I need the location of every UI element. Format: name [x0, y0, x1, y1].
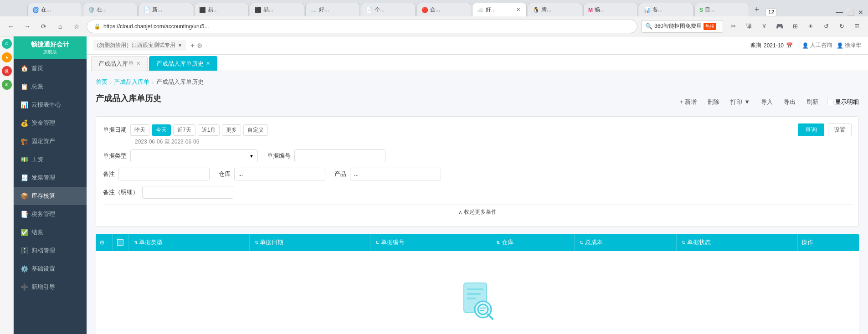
product-dropdown[interactable]: ... — [350, 168, 441, 180]
tab-count[interactable]: 12 — [765, 8, 777, 16]
weibo-icon[interactable]: 微 — [2, 66, 12, 76]
tab-9-active[interactable]: ☁️ 好... ✕ — [472, 3, 527, 16]
detail-remark-label: 备注（明细） — [103, 188, 139, 196]
sidebar-item-fixed-assets[interactable]: 🏗️ 固定资产 — [14, 132, 87, 150]
breadcrumb-home[interactable]: 首页 — [96, 78, 108, 86]
th-checkbox[interactable] — [112, 234, 128, 251]
tab-12[interactable]: 📊 各... — [639, 3, 693, 16]
service-button[interactable]: 👤 人工咨询 — [802, 41, 832, 49]
import-button[interactable]: 导入 — [756, 96, 777, 108]
sidebar-item-tax[interactable]: 📑 税务管理 — [14, 205, 87, 223]
tab-7[interactable]: 📄 个... — [361, 3, 416, 16]
export-button[interactable]: 导出 — [779, 96, 800, 108]
close-icon[interactable]: ✕ — [858, 9, 863, 16]
tab-list-close-icon[interactable]: ✕ — [136, 61, 140, 67]
settings-button[interactable]: 设置 — [828, 123, 852, 136]
date-btn-today[interactable]: 今天 — [152, 124, 171, 136]
chanjet-icon[interactable]: C — [2, 39, 12, 49]
sidebar-item-home[interactable]: 🏠 首页 — [14, 59, 87, 77]
refresh-button[interactable]: ⟳ — [37, 20, 50, 33]
sidebar-item-settlement[interactable]: ✅ 结账 — [14, 223, 87, 242]
collapse-button[interactable]: ∧ 收起更多条件 — [455, 207, 500, 217]
sidebar-item-invoice[interactable]: 🧾 发票管理 — [14, 169, 87, 187]
tab-8[interactable]: 🔴 企... — [416, 3, 471, 16]
tab-6[interactable]: ☁️ 好... — [305, 3, 360, 16]
scissors-icon[interactable]: ✂ — [727, 20, 740, 33]
query-button[interactable]: 查询 — [798, 123, 824, 136]
date-btn-1month[interactable]: 近1月 — [198, 124, 220, 136]
email-icon[interactable]: ✉ — [2, 80, 12, 90]
th-cost-sort-icon[interactable]: ⇅ — [580, 240, 583, 245]
tab-9-close-icon[interactable]: ✕ — [514, 6, 522, 14]
sidebar-item-payroll[interactable]: 💵 工资 — [14, 150, 87, 169]
tab-1-label: 在... — [41, 6, 51, 14]
th-number-sort-icon[interactable]: ⇅ — [375, 240, 379, 245]
back-button[interactable]: ← — [5, 20, 17, 33]
translate-icon[interactable]: 译 — [742, 20, 755, 33]
print-button[interactable]: 打印 ▼ — [726, 96, 755, 108]
gear-settings-icon[interactable]: ⚙ — [197, 42, 203, 49]
sidebar-item-reports[interactable]: 📊 云报表中心 — [14, 96, 87, 114]
tab-3[interactable]: 📄 新... — [139, 3, 193, 16]
th-date-sort-icon[interactable]: ⇅ — [255, 240, 258, 245]
warehouse-dropdown[interactable]: ... — [234, 168, 325, 180]
tab-2[interactable]: 🛡️ 在... — [83, 3, 138, 16]
tab-13[interactable]: S 目... — [694, 3, 749, 16]
detail-remark-input[interactable] — [142, 186, 233, 199]
search-box[interactable]: 🔍 360智能抠图免费用 热搜 — [641, 20, 723, 33]
sidebar-item-archive[interactable]: 🗄️ 归档管理 — [14, 242, 87, 260]
sidebar-item-settings[interactable]: ⚙️ 基础设置 — [14, 260, 87, 278]
new-tab-button[interactable]: + — [750, 3, 764, 16]
type-dropdown[interactable]: ▼ — [130, 149, 258, 162]
breadcrumb-list[interactable]: 产成品入库单 — [114, 78, 149, 86]
tab-5[interactable]: ⬛ 易... — [250, 3, 304, 16]
date-btn-yesterday[interactable]: 昨天 — [130, 124, 149, 136]
th-warehouse-sort-icon[interactable]: ⇅ — [496, 240, 500, 245]
forward-button[interactable]: → — [21, 20, 34, 33]
add-button[interactable]: + — [190, 41, 195, 50]
sidebar-item-inventory[interactable]: 📦 库存核算 — [14, 187, 87, 205]
date-btn-custom[interactable]: 自定义 — [243, 124, 268, 136]
remark-input[interactable] — [118, 168, 210, 180]
tab-history[interactable]: 产成品入库单历史 ✕ — [149, 56, 217, 71]
user-button[interactable]: 👤 徐泽华 — [837, 41, 861, 49]
tax-icon: 📑 — [21, 211, 28, 218]
company-selector[interactable]: (勿删勿禁用）江西眼宝测试专用 ▼ — [93, 40, 186, 51]
number-input[interactable] — [294, 149, 385, 162]
settings-gear-icon[interactable]: ⚙ — [99, 239, 105, 246]
sidebar-item-funds[interactable]: 💰 资金管理 — [14, 114, 87, 132]
sidebar-item-more[interactable]: ➕ 新增引导 — [14, 278, 87, 296]
redo-icon[interactable]: ↻ — [835, 20, 848, 33]
calendar-icon[interactable]: 📅 — [786, 42, 793, 49]
sidebar-item-ledger[interactable]: 📋 总账 — [14, 77, 87, 96]
tab-11[interactable]: M 畅... — [583, 3, 638, 16]
date-btn-7days[interactable]: 近7天 — [173, 124, 195, 136]
maximize-icon[interactable]: ⬜ — [847, 9, 854, 16]
delete-button[interactable]: 删除 — [703, 96, 724, 108]
menu-icon[interactable]: ☰ — [851, 20, 863, 33]
th-status-sort-icon[interactable]: ⇅ — [682, 240, 685, 245]
home-button[interactable]: ⌂ — [54, 20, 67, 33]
minimize-icon[interactable]: — — [836, 8, 843, 16]
tab-1[interactable]: 🌀 在... — [27, 3, 82, 16]
th-settings[interactable]: ⚙ — [96, 234, 112, 251]
bookmark-button[interactable]: ☆ — [70, 20, 83, 33]
date-btn-more[interactable]: 更多 — [222, 124, 241, 136]
refresh-button-page[interactable]: 刷新 — [802, 96, 823, 108]
show-label-checkbox[interactable] — [827, 99, 833, 105]
currency-icon[interactable]: ¥ — [758, 20, 770, 33]
undo-icon[interactable]: ↺ — [820, 20, 832, 33]
header-checkbox[interactable] — [117, 239, 123, 246]
print-dropdown-icon[interactable]: ▼ — [744, 98, 750, 105]
game-icon[interactable]: 🎮 — [773, 20, 786, 33]
tab-4[interactable]: ⬛ 易... — [194, 3, 249, 16]
theme-icon[interactable]: ☀ — [804, 20, 817, 33]
address-input[interactable]: 🔒 https://cloud.chanjet.com/accounting/u… — [87, 20, 637, 33]
orange-app-icon[interactable]: ★ — [2, 52, 12, 62]
add-button[interactable]: + 新增 — [675, 96, 701, 108]
grid-icon[interactable]: ⊞ — [789, 20, 801, 33]
tab-history-close-icon[interactable]: ✕ — [206, 61, 210, 67]
tab-list[interactable]: 产成品入库单 ✕ — [91, 56, 148, 71]
th-type-sort-icon[interactable]: ⇅ — [134, 240, 138, 245]
tab-10[interactable]: 🐧 腾... — [528, 3, 582, 16]
